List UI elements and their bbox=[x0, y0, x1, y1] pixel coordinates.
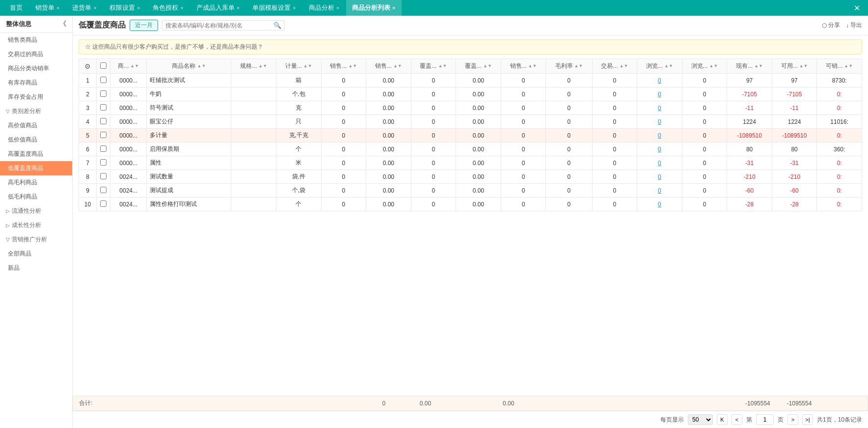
sidebar-item-low-margin[interactable]: 低毛利商品 bbox=[0, 190, 72, 204]
sidebar-header[interactable]: 整体信息 《 bbox=[0, 16, 72, 33]
cell-browse1[interactable]: 0 bbox=[637, 129, 682, 143]
sidebar-item-sales-products[interactable]: 销售类商品 bbox=[0, 33, 72, 47]
cell-current-stock: -1089510 bbox=[727, 129, 772, 143]
cell-name[interactable]: 眼宝公仔 bbox=[147, 115, 231, 129]
cell-checkbox[interactable] bbox=[97, 74, 110, 87]
cell-browse1[interactable]: 0 bbox=[637, 74, 682, 87]
cell-name[interactable]: 多计量 bbox=[147, 129, 231, 143]
col-current-stock[interactable]: 现有...▲▼ bbox=[727, 59, 772, 74]
cell-browse1[interactable]: 0 bbox=[637, 143, 682, 156]
nav-item-product-stock[interactable]: 产成品入库单 × bbox=[190, 0, 245, 16]
cell-name[interactable]: 属性 bbox=[147, 156, 231, 170]
sidebar-section-marketing[interactable]: ▽ 营销推广分析 bbox=[0, 232, 72, 247]
col-browse1[interactable]: 浏览...▲▼ bbox=[637, 59, 682, 74]
share-button[interactable]: ⬡ 分享 bbox=[822, 21, 840, 29]
cell-name[interactable]: 测试数量 bbox=[147, 170, 231, 184]
sidebar-item-new-products[interactable]: 新品 bbox=[0, 261, 72, 275]
sidebar-item-traded-products[interactable]: 交易过的商品 bbox=[0, 47, 72, 61]
cell-browse1[interactable]: 0 bbox=[637, 170, 682, 184]
prev-page-button[interactable]: < bbox=[732, 414, 742, 425]
nav-close-product-analysis[interactable]: × bbox=[336, 5, 339, 11]
sidebar-item-high-value[interactable]: 高价值商品 bbox=[0, 118, 72, 133]
export-button[interactable]: ↓ 导出 bbox=[846, 21, 862, 29]
col-browse2[interactable]: 浏览...▲▼ bbox=[682, 59, 727, 74]
cell-checkbox[interactable] bbox=[97, 129, 110, 143]
col-sale-rate[interactable]: 销售...▲▼ bbox=[501, 59, 546, 74]
nav-item-product-analysis[interactable]: 商品分析 × bbox=[303, 0, 345, 16]
cell-checkbox[interactable] bbox=[97, 170, 110, 184]
cell-checkbox[interactable] bbox=[97, 184, 110, 198]
col-settings[interactable]: ⚙ bbox=[79, 59, 97, 74]
nav-close-template[interactable]: × bbox=[293, 5, 296, 11]
search-box[interactable]: 🔍 bbox=[162, 20, 285, 30]
cell-browse1[interactable]: 0 bbox=[637, 184, 682, 198]
sidebar-item-in-stock-products[interactable]: 有库存商品 bbox=[0, 76, 72, 90]
cell-checkbox[interactable] bbox=[97, 101, 110, 115]
col-trade[interactable]: 交易...▲▼ bbox=[592, 59, 637, 74]
nav-item-product-analysis-list[interactable]: 商品分析列表 × bbox=[346, 0, 401, 16]
nav-item-sales[interactable]: 销货单 × bbox=[29, 0, 65, 16]
col-name[interactable]: 商品名称▲▼ bbox=[147, 59, 231, 74]
sidebar-collapse-icon[interactable]: 《 bbox=[59, 20, 66, 29]
sidebar-item-all-products[interactable]: 全部商品 bbox=[0, 247, 72, 261]
cell-name[interactable]: 牛奶 bbox=[147, 87, 231, 101]
sidebar-section-category[interactable]: ▽ 类别差分析 bbox=[0, 104, 72, 118]
nav-item-permission[interactable]: 权限设置 × bbox=[104, 0, 146, 16]
nav-close-purchase[interactable]: × bbox=[93, 5, 96, 11]
cell-name[interactable]: 旺辅批次测试 bbox=[147, 74, 231, 87]
col-cover1[interactable]: 覆盖...▲▼ bbox=[411, 59, 456, 74]
next-page-button[interactable]: > bbox=[787, 414, 798, 425]
select-all-checkbox[interactable] bbox=[100, 62, 107, 69]
col-available[interactable]: 可用...▲▼ bbox=[772, 59, 817, 74]
sidebar-item-category-turnover[interactable]: 商品分类动销率 bbox=[0, 61, 72, 76]
cell-trade: 0 bbox=[592, 198, 637, 211]
sidebar-item-low-value[interactable]: 低价值商品 bbox=[0, 133, 72, 147]
nav-item-home[interactable]: 首页 bbox=[4, 0, 28, 16]
cell-checkbox[interactable] bbox=[97, 156, 110, 170]
cell-browse1[interactable]: 0 bbox=[637, 101, 682, 115]
col-unit[interactable]: 计量...▲▼ bbox=[276, 59, 321, 74]
cell-name[interactable]: 启用保质期 bbox=[147, 143, 231, 156]
nav-item-role[interactable]: 角色授权 × bbox=[147, 0, 189, 16]
search-input[interactable] bbox=[165, 22, 273, 29]
window-close-button[interactable]: ✕ bbox=[850, 3, 864, 13]
col-cover2[interactable]: 覆盖...▲▼ bbox=[456, 59, 501, 74]
sidebar-section-liquidity[interactable]: ▷ 流通性分析 bbox=[0, 204, 72, 218]
cell-name[interactable]: 符号测试 bbox=[147, 101, 231, 115]
col-code[interactable]: 商...▲▼ bbox=[110, 59, 147, 74]
page-number-input[interactable] bbox=[756, 414, 774, 425]
col-sale-count[interactable]: 销售...▲▼ bbox=[321, 59, 366, 74]
sidebar-item-high-margin[interactable]: 高毛利商品 bbox=[0, 175, 72, 190]
col-spec[interactable]: 规格...▲▼ bbox=[231, 59, 276, 74]
total-cover2: 0.00 bbox=[488, 400, 529, 407]
sidebar-item-stock-capital[interactable]: 库存资金占用 bbox=[0, 90, 72, 104]
col-sale-amount[interactable]: 销售...▲▼ bbox=[366, 59, 411, 74]
col-gross-margin[interactable]: 毛利率▲▼ bbox=[546, 59, 592, 74]
cell-checkbox[interactable] bbox=[97, 87, 110, 101]
cell-browse1[interactable]: 0 bbox=[637, 87, 682, 101]
sidebar-item-high-coverage[interactable]: 高覆盖度商品 bbox=[0, 147, 72, 161]
sidebar-item-low-coverage[interactable]: 低覆盖度商品 bbox=[0, 161, 72, 175]
nav-close-product-stock[interactable]: × bbox=[237, 5, 240, 11]
cell-browse1[interactable]: 0 bbox=[637, 198, 682, 211]
nav-close-role[interactable]: × bbox=[180, 5, 183, 11]
first-page-button[interactable]: K bbox=[717, 414, 728, 425]
nav-item-purchase[interactable]: 进货单 × bbox=[66, 0, 102, 16]
nav-close-sales[interactable]: × bbox=[56, 5, 59, 11]
cell-browse1[interactable]: 0 bbox=[637, 115, 682, 129]
cell-checkbox[interactable] bbox=[97, 115, 110, 129]
nav-close-permission[interactable]: × bbox=[137, 5, 140, 11]
last-page-button[interactable]: >| bbox=[802, 414, 813, 425]
cell-browse1[interactable]: 0 bbox=[637, 156, 682, 170]
cell-checkbox[interactable] bbox=[97, 198, 110, 211]
cell-checkbox[interactable] bbox=[97, 143, 110, 156]
nav-item-template[interactable]: 单据模板设置 × bbox=[246, 0, 301, 16]
page-size-select[interactable]: 50 100 200 bbox=[688, 414, 713, 425]
cell-name[interactable]: 属性价格打印测试 bbox=[147, 198, 231, 211]
col-saleable[interactable]: 可销...▲▼ bbox=[817, 59, 862, 74]
time-filter-button[interactable]: 近一月 bbox=[130, 20, 158, 31]
sidebar-section-growth[interactable]: ▷ 成长性分析 bbox=[0, 218, 72, 232]
cell-name[interactable]: 测试提成 bbox=[147, 184, 231, 198]
col-checkbox[interactable] bbox=[97, 59, 110, 74]
nav-close-product-analysis-list[interactable]: × bbox=[392, 5, 395, 11]
